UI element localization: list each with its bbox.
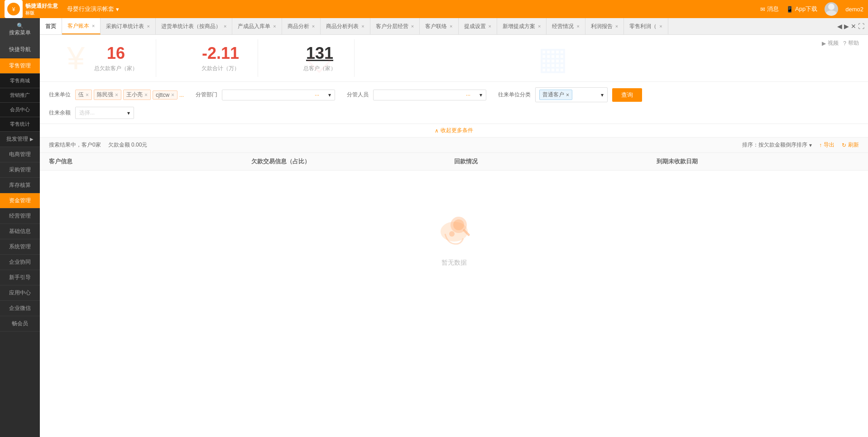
tab-new-promo[interactable]: 新增提成方案 × bbox=[497, 18, 547, 34]
search-icon: 🔍 bbox=[17, 23, 24, 29]
chevron-down-icon: ▾ bbox=[116, 6, 119, 13]
sidebar-item-basic-info[interactable]: 基础信息 bbox=[0, 224, 40, 239]
sidebar-item-finance[interactable]: 资金管理 bbox=[0, 193, 40, 209]
sidebar-search[interactable]: 🔍 搜索菜单 bbox=[0, 18, 40, 41]
category-chevron: ▾ bbox=[601, 92, 604, 98]
sidebar-item-retail[interactable]: 零售管理 bbox=[0, 58, 40, 74]
svg-point-3 bbox=[826, 10, 837, 16]
person-filter-dots[interactable]: ··· bbox=[466, 92, 470, 98]
close-tab-purchase-order[interactable]: × bbox=[147, 24, 149, 29]
remove-unit-cjttcw[interactable]: × bbox=[171, 92, 174, 98]
message-btn[interactable]: ✉ 消息 bbox=[760, 5, 779, 13]
sidebar-item-inventory[interactable]: 库存核算 bbox=[0, 178, 40, 193]
person-filter-label: 分管人员 bbox=[347, 91, 369, 99]
tab-next-btn[interactable]: ▶ bbox=[844, 23, 849, 30]
help-btn[interactable]: ? 帮助 bbox=[843, 39, 859, 47]
tab-customer-book[interactable]: 客户账本 × bbox=[62, 18, 101, 34]
close-tab-customer-book[interactable]: × bbox=[92, 23, 95, 28]
sidebar-item-wholesale[interactable]: 批发管理 ▶ bbox=[0, 132, 40, 147]
help-buttons: ▶ 视频 ? 帮助 bbox=[822, 39, 859, 47]
dept-filter-dots[interactable]: ··· bbox=[315, 92, 319, 98]
remove-category-tag[interactable]: × bbox=[566, 92, 569, 98]
username-label: demo2 bbox=[845, 6, 863, 13]
balance-filter-select[interactable]: 选择... ▾ bbox=[75, 107, 134, 119]
empty-state: 暂无数据 bbox=[40, 171, 868, 303]
remove-unit-wang[interactable]: × bbox=[144, 92, 148, 98]
person-filter-select[interactable]: ··· ▾ bbox=[373, 90, 486, 100]
result-count: 搜索结果中，客户0家 bbox=[49, 141, 101, 149]
close-tab-new-promo[interactable]: × bbox=[538, 24, 541, 29]
close-tab-retail-profit[interactable]: × bbox=[659, 24, 662, 29]
close-tab-profit-report[interactable]: × bbox=[615, 24, 618, 29]
collapse-filter-btn[interactable]: ∧ 收起更多条件 bbox=[40, 124, 868, 137]
category-filter-select[interactable]: 普通客户 × ▾ bbox=[535, 87, 608, 102]
close-tab-purchase-stat[interactable]: × bbox=[224, 24, 226, 29]
sidebar: 🔍 搜索菜单 快捷导航 零售管理 零售商城 营销推广 会员中心 零售统计 bbox=[0, 18, 40, 437]
sidebar-item-retail-mall[interactable]: 零售商城 bbox=[0, 74, 40, 88]
app-title: 畅捷通好生意 标版 bbox=[25, 2, 58, 16]
close-tab-customer-tier[interactable]: × bbox=[411, 24, 414, 29]
tab-purchase-order[interactable]: 采购订单统计表 × bbox=[101, 18, 155, 34]
sidebar-item-enterprise-wechat[interactable]: 企业微信 bbox=[0, 301, 40, 316]
category-tag: 普通客户 × bbox=[539, 90, 572, 100]
sidebar-item-enterprise[interactable]: 企业协同 bbox=[0, 255, 40, 270]
empty-text: 暂无数据 bbox=[441, 259, 467, 267]
export-btn[interactable]: ↑ 导出 bbox=[819, 141, 834, 149]
sidebar-item-app-center[interactable]: 应用中心 bbox=[0, 285, 40, 301]
tab-retail-profit[interactable]: 零售利润（ × bbox=[624, 18, 668, 34]
account-dropdown[interactable]: 母婴行业演示帐套 ▾ bbox=[67, 5, 119, 13]
search-result-left: 搜索结果中，客户0家 欠款金额 0.00元 bbox=[49, 141, 147, 149]
tab-goods-analysis-list[interactable]: 商品分析列表 × bbox=[321, 18, 370, 34]
sidebar-item-purchase[interactable]: 采购管理 bbox=[0, 162, 40, 178]
unit-tag-chen: 陈民强 × bbox=[94, 90, 121, 100]
stat-total-debt: -2.11 欠款合计（万） bbox=[156, 39, 258, 77]
sidebar-item-system[interactable]: 系统管理 bbox=[0, 239, 40, 255]
video-btn[interactable]: ▶ 视频 bbox=[822, 39, 839, 47]
sidebar-item-retail-stat[interactable]: 零售统计 bbox=[0, 117, 40, 132]
tab-goods-analysis[interactable]: 商品分析 × bbox=[282, 18, 321, 34]
col-header-debt: 欠款交易信息（占比） bbox=[251, 157, 454, 166]
unit-filter-more[interactable]: ... bbox=[179, 92, 184, 98]
sidebar-item-new-guide[interactable]: 新手引导 bbox=[0, 270, 40, 285]
dept-filter-select[interactable]: ··· ▾ bbox=[222, 90, 335, 100]
search-button[interactable]: 查询 bbox=[612, 88, 642, 102]
sort-select[interactable]: 排序：按欠款金额倒序排序 ▾ bbox=[742, 141, 812, 149]
col-header-date: 到期未收款日期 bbox=[657, 157, 859, 166]
close-tab-goods-analysis[interactable]: × bbox=[312, 24, 315, 29]
user-avatar[interactable] bbox=[825, 2, 838, 16]
close-tab-biz-situation[interactable]: × bbox=[576, 24, 579, 29]
tab-maximize-btn[interactable]: ⛶ bbox=[858, 23, 864, 30]
remove-unit-wu[interactable]: × bbox=[86, 92, 89, 98]
balance-filter-label: 往来余额 bbox=[49, 109, 71, 117]
tab-prev-btn[interactable]: ◀ bbox=[837, 23, 842, 30]
close-tab-cost-purchase[interactable]: × bbox=[273, 24, 276, 29]
remove-unit-chen[interactable]: × bbox=[115, 92, 118, 98]
close-tab-customer-contact[interactable]: × bbox=[450, 24, 452, 29]
sidebar-item-operations[interactable]: 经营管理 bbox=[0, 209, 40, 224]
tab-purchase-stat[interactable]: 进货单统计表（按商品） × bbox=[156, 18, 232, 34]
page-content: ¥ ◇ ▦ 16 总欠款客户（家） -2.11 欠款合计（万） 131 总客户（… bbox=[40, 35, 868, 437]
tab-customer-tier[interactable]: 客户分层经营 × bbox=[370, 18, 420, 34]
tab-biz-situation[interactable]: 经营情况 × bbox=[547, 18, 585, 34]
tab-promo-settings[interactable]: 提成设置 × bbox=[459, 18, 497, 34]
sidebar-item-member2[interactable]: 畅会员 bbox=[0, 316, 40, 332]
app-download-btn[interactable]: 📱 App下载 bbox=[786, 5, 817, 13]
sidebar-item-marketing[interactable]: 营销推广 bbox=[0, 88, 40, 103]
sidebar-item-ecommerce[interactable]: 电商管理 bbox=[0, 147, 40, 162]
tab-cost-purchase[interactable]: 产成品入库单 × bbox=[232, 18, 282, 34]
balance-chevron: ▾ bbox=[127, 110, 130, 116]
table-header: 客户信息 欠款交易信息（占比） 回款情况 到期未收款日期 bbox=[40, 153, 868, 171]
search-result-bar: 搜索结果中，客户0家 欠款金额 0.00元 排序：按欠款金额倒序排序 ▾ ↑ 导… bbox=[40, 138, 868, 153]
stat-total-all-customers: 131 总客户（家） bbox=[258, 39, 355, 77]
sidebar-item-member[interactable]: 会员中心 bbox=[0, 103, 40, 117]
tab-home[interactable]: 首页 bbox=[40, 18, 62, 34]
stat-bg-icon-3: ▦ bbox=[538, 40, 568, 77]
tab-profit-report[interactable]: 利润报告 × bbox=[585, 18, 624, 34]
dept-filter-label: 分管部门 bbox=[196, 91, 217, 99]
tab-close-all-btn[interactable]: ✕ bbox=[851, 23, 856, 30]
sidebar-quick-nav[interactable]: 快捷导航 bbox=[0, 41, 40, 58]
close-tab-goods-analysis-list[interactable]: × bbox=[361, 24, 364, 29]
refresh-btn[interactable]: ↻ 刷新 bbox=[842, 141, 859, 149]
close-tab-promo-settings[interactable]: × bbox=[489, 24, 491, 29]
tab-customer-contact[interactable]: 客户联络 × bbox=[420, 18, 458, 34]
